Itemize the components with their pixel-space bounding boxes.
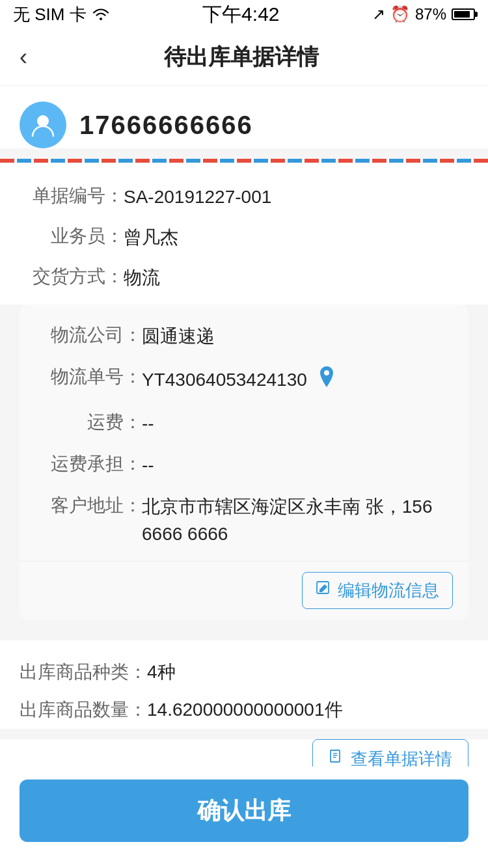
customer-phone: 17666666666: [79, 111, 253, 140]
status-right: ↗ ⏰ 87%: [372, 5, 475, 23]
svg-point-0: [37, 115, 49, 127]
dashed-divider: [0, 159, 488, 164]
logistics-address-label: 客户地址：: [38, 493, 142, 518]
delivery-method-label: 交货方式：: [20, 264, 124, 289]
wifi-icon: [92, 5, 110, 25]
delivery-method-row: 交货方式： 物流: [20, 264, 468, 292]
sales-person-value: 曾凡杰: [124, 224, 468, 251]
nav-bar: ‹ 待出库单据详情: [0, 29, 488, 86]
back-button[interactable]: ‹: [20, 46, 27, 69]
delivery-method-value: 物流: [124, 264, 468, 292]
edit-logistics-button[interactable]: 编辑物流信息: [302, 572, 453, 609]
carrier-text: 无 SIM 卡: [13, 3, 87, 26]
goods-types-value: 4种: [147, 660, 468, 685]
customer-header: 17666666666: [0, 86, 488, 148]
battery-text: 87%: [415, 5, 446, 23]
logistics-tracking-row: 物流单号： YT43064053424130: [38, 364, 450, 396]
page-title: 待出库单据详情: [40, 42, 442, 72]
status-time: 下午4:42: [202, 1, 279, 28]
logistics-company-label: 物流公司：: [38, 323, 142, 347]
logistics-freight-bearer-row: 运费承担： --: [38, 452, 450, 479]
location-status-icon: ↗: [372, 5, 385, 23]
section-divider-1: [0, 630, 488, 640]
battery-icon: [452, 8, 475, 20]
logistics-address-row: 客户地址： 北京市市辖区海淀区永丰南 张，156 6666 6666: [38, 493, 450, 548]
location-icon[interactable]: [318, 364, 336, 396]
edit-logistics-section: 编辑物流信息: [20, 561, 468, 619]
confirm-btn-wrapper: 确认出库: [0, 766, 488, 868]
edit-icon: [316, 580, 331, 601]
tracking-number-text: YT43064053424130: [142, 366, 307, 394]
logistics-tracking-label: 物流单号：: [38, 364, 142, 389]
goods-quantity-row: 出库商品数量： 14.620000000000001件: [20, 698, 468, 722]
order-number-row: 单据编号： SA-20191227-001: [20, 183, 468, 211]
goods-quantity-label: 出库商品数量：: [20, 698, 147, 722]
status-left: 无 SIM 卡: [13, 3, 110, 26]
logistics-freight-value: --: [142, 410, 450, 437]
logistics-freight-bearer-label: 运费承担：: [38, 452, 142, 476]
goods-quantity-value: 14.620000000000001件: [147, 698, 468, 722]
goods-types-label: 出库商品种类：: [20, 660, 147, 685]
logistics-card-content: 物流公司： 圆通速递 物流单号： YT43064053424130 运费： --: [20, 305, 468, 561]
sales-person-row: 业务员： 曾凡杰: [20, 224, 468, 251]
sales-person-label: 业务员：: [20, 224, 124, 249]
logistics-freight-row: 运费： --: [38, 410, 450, 437]
alarm-icon: ⏰: [390, 5, 410, 23]
logistics-address-value: 北京市市辖区海淀区永丰南 张，156 6666 6666: [142, 493, 450, 548]
status-bar: 无 SIM 卡 下午4:42 ↗ ⏰ 87%: [0, 0, 488, 29]
logistics-company-value: 圆通速递: [142, 323, 450, 350]
order-number-label: 单据编号：: [20, 183, 124, 208]
person-icon: [29, 111, 57, 139]
goods-section: 出库商品种类： 4种 出库商品数量： 14.620000000000001件: [0, 640, 488, 729]
logistics-tracking-value: YT43064053424130: [142, 364, 450, 396]
customer-avatar: [20, 102, 66, 148]
order-number-value: SA-20191227-001: [124, 183, 468, 211]
logistics-company-row: 物流公司： 圆通速递: [38, 323, 450, 350]
goods-types-row: 出库商品种类： 4种: [20, 660, 468, 685]
order-info-section: 单据编号： SA-20191227-001 业务员： 曾凡杰 交货方式： 物流: [0, 164, 488, 305]
logistics-freight-label: 运费：: [38, 410, 142, 435]
edit-logistics-label: 编辑物流信息: [338, 579, 439, 602]
logistics-card-wrapper: 物流公司： 圆通速递 物流单号： YT43064053424130 运费： --: [20, 305, 468, 619]
page-wrapper: 无 SIM 卡 下午4:42 ↗ ⏰ 87% ‹ 待出库单据详情: [0, 0, 488, 868]
logistics-freight-bearer-value: --: [142, 452, 450, 479]
svg-rect-2: [331, 750, 340, 762]
confirm-button[interactable]: 确认出库: [20, 780, 468, 842]
